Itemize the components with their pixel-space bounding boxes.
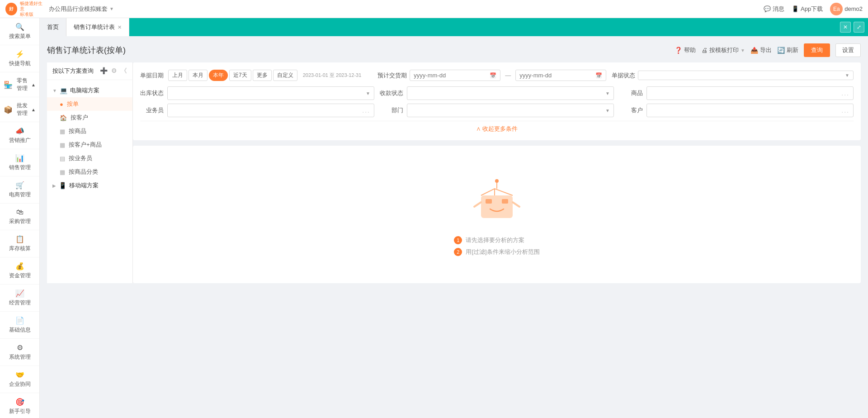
status-select[interactable]: ▼ [638, 71, 854, 80]
top-bar-right: 💬 消息 📱 App下载 Ea demo2 [764, 3, 863, 15]
mobile-group-arrow-icon: ▶ [52, 183, 56, 188]
panel-icons: ➕ ⚙ 《 [100, 67, 127, 75]
product-select[interactable]: ... [646, 86, 854, 100]
scheme-group-mobile-header[interactable]: ▶ 📱 移动端方案 [47, 179, 132, 192]
expected-date-from[interactable]: 📅 [410, 70, 500, 81]
sidebar-item-purchase[interactable]: 🛍 采购管理 [0, 204, 39, 230]
expected-date-to[interactable]: 📅 [515, 70, 606, 81]
scheme-item-by-customer[interactable]: 🏠 按客户 [47, 111, 132, 124]
page-header-actions: ❓ 帮助 🖨 按模板打印 ▼ 📤 导出 🔄 刷新 [675, 43, 861, 57]
wholesale-icon: 📦 [4, 105, 13, 114]
app-download-icon: 📱 [792, 5, 799, 12]
tab-home[interactable]: 首页 [40, 18, 66, 36]
sidebar-item-corp[interactable]: 🤝 企业协同 [0, 366, 39, 393]
date-btn-more[interactable]: 更多 [253, 70, 272, 81]
scheme-settings-button[interactable]: ⚙ [111, 67, 117, 75]
empty-state: 1 请先选择要分析的方案 2 用[过滤]条件来缩小分析范围 [133, 146, 861, 283]
scheme-group-mobile: ▶ 📱 移动端方案 [47, 179, 132, 192]
customer-filter: 客户 ... [619, 104, 854, 117]
receipt-select[interactable]: ▼ [407, 86, 614, 100]
customer-label: 客户 [619, 106, 643, 114]
scheme-group-pc-header[interactable]: ▼ 💻 电脑端方案 [47, 84, 132, 97]
user-area[interactable]: Ea demo2 [830, 3, 863, 15]
dept-select[interactable]: ▼ [407, 104, 614, 117]
svg-rect-1 [486, 199, 492, 204]
empty-illustration [470, 173, 524, 227]
scheme-item-by-order[interactable]: ● 按单 [47, 97, 132, 111]
date-btn-this-year[interactable]: 本年 [209, 70, 228, 81]
delivery-select[interactable]: ▼ [167, 86, 374, 100]
sidebar-item-sales-mgmt[interactable]: 📊 销售管理 [0, 149, 39, 176]
workspace-selector[interactable]: 办公用品行业模拟账套 ▼ [49, 5, 114, 13]
sidebar-item-inventory[interactable]: 📋 库存核算 [0, 230, 39, 257]
scheme-item-by-product[interactable]: ▦ 按商品 [47, 124, 132, 138]
delivery-chevron-icon: ▼ [366, 91, 370, 96]
sidebar-item-marketing[interactable]: 📣 营销推广 [0, 122, 39, 149]
sales-mgmt-icon: 📊 [15, 154, 24, 162]
date-btn-custom[interactable]: 自定义 [273, 70, 297, 81]
filter-area: 单据日期 上月 本月 本年 近7天 更多 自定义 [133, 62, 861, 140]
date-btn-this-month[interactable]: 本月 [189, 70, 208, 81]
wholesale-arrow-icon: ▲ [31, 107, 36, 112]
refresh-icon: 🔄 [777, 47, 785, 54]
tab-sales-stats-close[interactable]: ✕ [118, 24, 122, 30]
marketing-icon: 📣 [15, 127, 24, 135]
collapse-bar[interactable]: ∧ 收起更多条件 [140, 121, 854, 137]
sidebar-item-quick-nav[interactable]: ⚡ 快捷导航 [0, 45, 39, 72]
sidebar-item-newbie[interactable]: 🎯 新手引导 [0, 393, 39, 418]
print-button[interactable]: 🖨 按模板打印 ▼ [701, 46, 745, 54]
empty-svg [470, 173, 524, 227]
hint-text-2: 用[过滤]条件来缩小分析范围 [466, 248, 539, 256]
message-label: 消息 [773, 5, 784, 13]
add-scheme-button[interactable]: ➕ [100, 67, 108, 75]
basic-info-icon: 📄 [15, 316, 24, 325]
customer-select[interactable]: ... [646, 104, 854, 117]
tab-sales-stats[interactable]: 销售订单统计表 ✕ [66, 18, 129, 36]
by-product-label: 按商品 [69, 127, 86, 135]
collapse-panel-button[interactable]: 《 [121, 67, 127, 75]
date-btn-last-month[interactable]: 上月 [168, 70, 187, 81]
delivery-label: 出库状态 [140, 89, 164, 97]
filter-row-3: 业务员 ... 部门 ▼ [140, 104, 854, 117]
sidebar-item-wholesale-label: 批发管理 [14, 102, 29, 117]
sidebar-item-ecommerce[interactable]: 🛒 电商管理 [0, 176, 39, 204]
workspace-area: 办公用品行业模拟账套 ▼ [49, 5, 760, 13]
delivery-filter: 出库状态 ▼ [140, 86, 374, 100]
close-window-button[interactable]: ✕ [840, 22, 851, 33]
help-icon: ❓ [675, 47, 682, 54]
avatar: Ea [830, 3, 843, 15]
message-button[interactable]: 💬 消息 [764, 5, 784, 13]
date-range-text: 2023-01-01 至 2023-12-31 [303, 72, 362, 79]
date-btn-last-7[interactable]: 近7天 [229, 70, 251, 81]
corp-icon: 🤝 [15, 370, 24, 379]
scheme-item-by-salesman[interactable]: ▤ 按业务员 [47, 152, 132, 165]
scheme-item-by-cust-prod[interactable]: ▦ 按客户+商品 [47, 138, 132, 152]
svg-rect-0 [481, 195, 513, 218]
salesman-select[interactable]: ... [167, 104, 374, 117]
by-order-icon: ● [60, 101, 63, 108]
sidebar-item-finance[interactable]: 💰 资金管理 [0, 257, 39, 285]
sidebar-item-wholesale[interactable]: 📦 批发管理 ▲ [0, 97, 39, 122]
expand-window-button[interactable]: ⤢ [854, 22, 864, 33]
sidebar-item-system[interactable]: ⚙ 系统管理 [0, 339, 39, 366]
sidebar-item-retail[interactable]: 🏪 零售管理 ▲ [0, 72, 39, 97]
sidebar-item-search[interactable]: 🔍 搜索菜单 [0, 18, 39, 45]
query-button[interactable]: 查询 [804, 43, 830, 57]
expected-date-to-input[interactable] [519, 72, 595, 79]
svg-point-4 [495, 179, 499, 183]
pc-group-icon: 💻 [60, 87, 67, 94]
export-button[interactable]: 📤 导出 [750, 46, 772, 54]
refresh-button[interactable]: 🔄 刷新 [777, 46, 798, 54]
settings-button[interactable]: 设置 [835, 43, 861, 57]
filter-row-2: 出库状态 ▼ 收款状态 ▼ [140, 86, 854, 100]
app-download-button[interactable]: 📱 App下载 [792, 5, 823, 13]
product-label: 商品 [619, 89, 643, 97]
sidebar-item-basic-info[interactable]: 📄 基础信息 [0, 312, 39, 339]
sidebar-item-ops-label: 经营管理 [9, 299, 31, 307]
sidebar-item-ops[interactable]: 📈 经营管理 [0, 285, 39, 312]
product-filter: 商品 ... [619, 86, 854, 100]
expected-date-from-input[interactable] [414, 72, 490, 79]
scheme-item-by-category[interactable]: ▦ 按商品分类 [47, 165, 132, 179]
sidebar-item-finance-label: 资金管理 [9, 272, 31, 280]
help-button[interactable]: ❓ 帮助 [675, 46, 696, 54]
